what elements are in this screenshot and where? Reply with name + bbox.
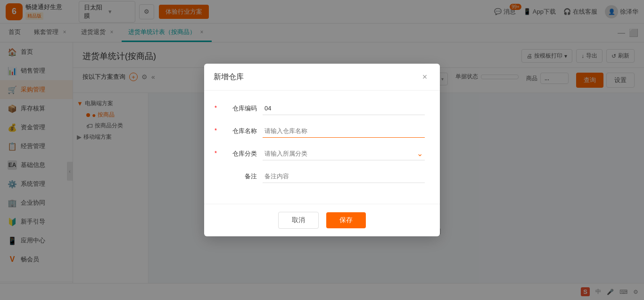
modal-footer: 取消 保存: [204, 204, 440, 236]
category-dropdown-icon[interactable]: ⌄: [417, 149, 423, 158]
warehouse-category-label: 仓库分类: [219, 150, 257, 158]
modal-overlay: 新增仓库 × 仓库编码 仓库名称 仓库分类 ⌄ 备注: [0, 0, 644, 300]
warehouse-name-input[interactable]: [263, 125, 425, 138]
remark-input[interactable]: [263, 170, 425, 183]
warehouse-code-label: 仓库编码: [219, 104, 257, 113]
warehouse-name-label: 仓库名称: [219, 127, 257, 135]
warehouse-name-row: 仓库名称: [219, 125, 425, 138]
warehouse-code-row: 仓库编码: [219, 102, 425, 115]
modal-title: 新增仓库: [214, 72, 244, 82]
warehouse-category-select[interactable]: ⌄: [263, 147, 425, 160]
remark-row: 备注: [219, 170, 425, 183]
warehouse-code-input[interactable]: [263, 102, 425, 115]
modal-header: 新增仓库 ×: [204, 64, 440, 91]
add-warehouse-modal: 新增仓库 × 仓库编码 仓库名称 仓库分类 ⌄ 备注: [204, 64, 440, 236]
warehouse-category-row: 仓库分类 ⌄: [219, 147, 425, 160]
modal-close-button[interactable]: ×: [419, 71, 430, 83]
warehouse-category-input[interactable]: [264, 150, 417, 157]
cancel-button[interactable]: 取消: [278, 212, 319, 229]
save-button[interactable]: 保存: [326, 212, 366, 228]
modal-body: 仓库编码 仓库名称 仓库分类 ⌄ 备注: [204, 91, 440, 204]
remark-label: 备注: [219, 172, 257, 181]
